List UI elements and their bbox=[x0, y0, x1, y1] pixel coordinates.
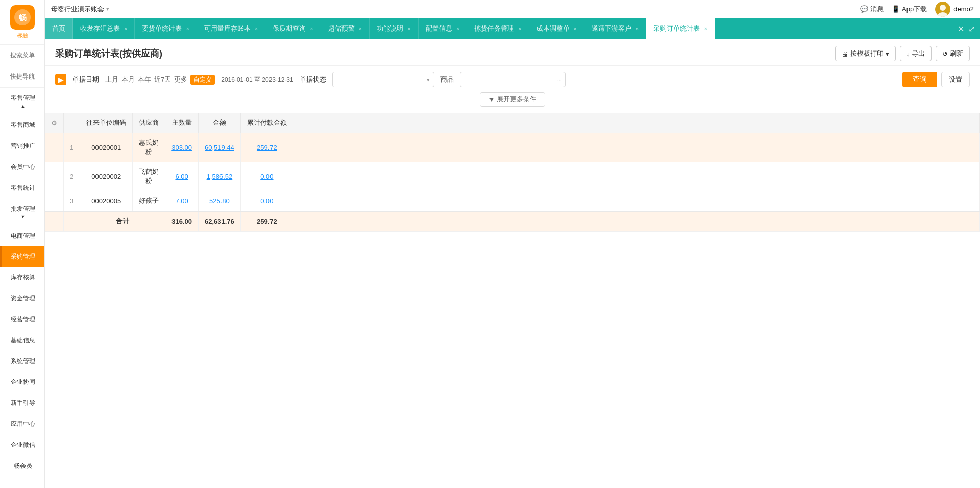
shortcut-nav-item[interactable]: 快捷导航 bbox=[0, 66, 44, 88]
tab-yaohuo[interactable]: 要货单统计表 × bbox=[135, 18, 197, 39]
tfoot-label: 合计 bbox=[80, 211, 165, 232]
tab-peizhi-label: 配置信息 bbox=[426, 24, 452, 33]
product-input[interactable] bbox=[460, 74, 554, 86]
date-shortcuts: 上月 本月 本年 近7天 更多 自定义 bbox=[105, 75, 215, 85]
tab-shoufahuizong[interactable]: 收发存汇总表 × bbox=[73, 18, 135, 39]
setting-button[interactable]: 设置 bbox=[941, 72, 970, 87]
status-select[interactable]: ▾ bbox=[332, 72, 434, 87]
export-icon: ↓ bbox=[906, 50, 910, 58]
tab-baozhi[interactable]: 保质期查询 × bbox=[265, 18, 321, 39]
td-gear-1 bbox=[45, 133, 64, 162]
sidebar-item-retail-stat[interactable]: 零售统计 bbox=[0, 177, 44, 198]
tab-home[interactable]: 首页 bbox=[45, 18, 73, 39]
shortcut-more[interactable]: 更多 bbox=[174, 75, 187, 84]
sidebar-item-ecommerce[interactable]: 电商管理 bbox=[0, 225, 44, 246]
sidebar-item-inventory[interactable]: 库存核算 bbox=[0, 267, 44, 288]
tab-chengbentiaozhen[interactable]: 成本调整单 × bbox=[529, 18, 584, 39]
tab-chengbentiaozhen-close[interactable]: × bbox=[574, 25, 577, 32]
tab-expand-button[interactable]: ⤢ bbox=[968, 24, 975, 34]
tab-keyong-close[interactable]: × bbox=[255, 25, 258, 32]
td-empty-3 bbox=[293, 191, 979, 212]
td-paid-1[interactable]: 259.72 bbox=[240, 133, 293, 162]
td-quantity-1[interactable]: 303.00 bbox=[165, 133, 199, 162]
column-settings-icon[interactable]: ⚙ bbox=[51, 119, 57, 127]
message-icon: 💬 bbox=[860, 5, 868, 13]
sidebar-item-wechat[interactable]: 企业微信 bbox=[0, 434, 44, 455]
shortcut-7days[interactable]: 近7天 bbox=[154, 75, 171, 84]
sidebar-item-appstore[interactable]: 应用中心 bbox=[0, 414, 44, 434]
td-quantity-3[interactable]: 7.00 bbox=[165, 191, 199, 212]
query-button[interactable]: 查询 bbox=[902, 72, 937, 87]
sidebar-item-enterprise[interactable]: 企业协同 bbox=[0, 372, 44, 393]
refresh-icon: ↺ bbox=[942, 50, 948, 58]
sidebar-item-operation[interactable]: 经营管理 bbox=[0, 309, 44, 330]
shortcut-this-year[interactable]: 本年 bbox=[138, 75, 151, 84]
tab-chengbentiaozhen-label: 成本调整单 bbox=[536, 24, 570, 33]
page-title: 采购订单统计表(按供应商) bbox=[55, 47, 162, 60]
export-button[interactable]: ↓ 导出 bbox=[900, 46, 932, 61]
sidebar-item-purchase[interactable]: 采购管理 bbox=[0, 246, 44, 267]
app-download-label: App下载 bbox=[902, 5, 927, 14]
sidebar-item-newbie[interactable]: 新手引导 bbox=[0, 393, 44, 414]
refresh-button[interactable]: ↺ 刷新 bbox=[936, 46, 970, 61]
sidebar-item-member[interactable]: 会员中心 bbox=[0, 157, 44, 177]
user-menu[interactable]: demo2 bbox=[935, 2, 974, 17]
product-more-icon[interactable]: ··· bbox=[554, 76, 565, 83]
shortcut-nav-label[interactable]: 快捷导航 bbox=[3, 70, 42, 83]
tab-baozhi-close[interactable]: × bbox=[310, 25, 313, 32]
tab-yaoqing-label: 邀请下游客户 bbox=[592, 24, 631, 33]
tab-chaochuyujing[interactable]: 超储预警 × bbox=[321, 18, 370, 39]
message-button[interactable]: 💬 消息 bbox=[860, 5, 884, 14]
tfoot-gear bbox=[45, 211, 64, 232]
sidebar-item-basic[interactable]: 基础信息 bbox=[0, 330, 44, 351]
print-button[interactable]: 🖨 按模板打印 ▾ bbox=[835, 46, 896, 61]
tab-close-all-button[interactable]: ✕ bbox=[958, 24, 964, 34]
tab-yaoqing[interactable]: 邀请下游客户 × bbox=[584, 18, 646, 39]
tab-yaoqing-close[interactable]: × bbox=[635, 25, 639, 32]
filter-toggle-button[interactable]: ▶ bbox=[55, 74, 66, 85]
td-amount-1[interactable]: 60,519.44 bbox=[199, 133, 241, 162]
tab-chaochuyujing-close[interactable]: × bbox=[359, 25, 362, 32]
td-gear-3 bbox=[45, 191, 64, 212]
td-quantity-2[interactable]: 6.00 bbox=[165, 162, 199, 191]
search-menu-item[interactable]: 搜索菜单 bbox=[0, 45, 44, 66]
sidebar-item-retail[interactable]: 零售管理 ▲ bbox=[0, 88, 44, 115]
tab-shoufahuizong-close[interactable]: × bbox=[124, 25, 127, 32]
tab-paihuorenwu-close[interactable]: × bbox=[518, 25, 521, 32]
td-amount-3[interactable]: 525.80 bbox=[199, 191, 241, 212]
tab-caigou-close[interactable]: × bbox=[704, 25, 707, 32]
td-unit-code-2: 00020002 bbox=[80, 162, 133, 191]
sidebar-item-vip[interactable]: 畅会员 bbox=[0, 455, 44, 476]
td-empty-1 bbox=[293, 133, 979, 162]
logo-icon: 畅 bbox=[10, 5, 35, 30]
td-paid-2[interactable]: 0.00 bbox=[240, 162, 293, 191]
shortcut-this-month[interactable]: 本月 bbox=[121, 75, 135, 84]
sidebar-item-retail-shop[interactable]: 零售商城 bbox=[0, 115, 44, 136]
app-download-button[interactable]: 📱 App下载 bbox=[892, 5, 927, 14]
tab-yaohuo-close[interactable]: × bbox=[186, 25, 189, 32]
tab-paihuorenwu[interactable]: 拣货任务管理 × bbox=[467, 18, 529, 39]
sidebar-item-finance[interactable]: 资金管理 bbox=[0, 288, 44, 309]
sidebar-item-system[interactable]: 系统管理 bbox=[0, 351, 44, 372]
td-amount-2[interactable]: 1,586.52 bbox=[199, 162, 241, 191]
search-menu-label[interactable]: 搜索菜单 bbox=[3, 49, 42, 62]
tab-gongneng-close[interactable]: × bbox=[407, 25, 410, 32]
tab-peizhi-close[interactable]: × bbox=[456, 25, 459, 32]
td-paid-3[interactable]: 0.00 bbox=[240, 191, 293, 212]
expand-filter-button[interactable]: ▼ 展开更多条件 bbox=[480, 92, 546, 107]
tab-caigou[interactable]: 采购订单统计表 × bbox=[646, 18, 715, 39]
shortcut-custom[interactable]: 自定义 bbox=[190, 75, 215, 85]
shortcut-last-month[interactable]: 上月 bbox=[105, 75, 118, 84]
table-row: 2 00020002 飞鹤奶粉 6.00 1,586.52 0.00 bbox=[45, 162, 980, 191]
page-header: 采购订单统计表(按供应商) 🖨 按模板打印 ▾ ↓ 导出 ↺ 刷新 bbox=[45, 39, 980, 66]
tab-keyong[interactable]: 可用量库存账本 × bbox=[197, 18, 265, 39]
status-filter-label: 单据状态 bbox=[300, 75, 326, 84]
sidebar-item-wholesale[interactable]: 批发管理 ▼ bbox=[0, 198, 44, 225]
main-area: 母婴行业演示账套 ▾ 💬 消息 📱 App下载 demo bbox=[45, 0, 980, 488]
tab-peizhi[interactable]: 配置信息 × bbox=[419, 18, 467, 39]
td-gear-2 bbox=[45, 162, 64, 191]
td-supplier-1: 惠氏奶粉 bbox=[133, 133, 165, 162]
tab-gongneng[interactable]: 功能说明 × bbox=[370, 18, 418, 39]
workspace-selector[interactable]: 母婴行业演示账套 ▾ bbox=[51, 5, 109, 14]
sidebar-item-marketing[interactable]: 营销推广 bbox=[0, 136, 44, 157]
